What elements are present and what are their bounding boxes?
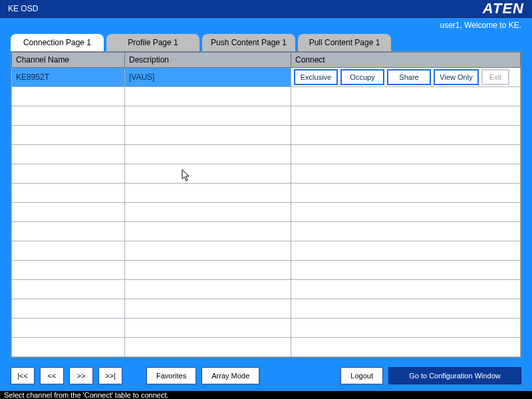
cell-empty	[12, 222, 125, 241]
cell-connect: ExclusiveOccupyShareView OnlyExit	[291, 68, 521, 87]
col-header-description[interactable]: Description	[125, 53, 291, 68]
bottom-toolbar: |<< << >> >>| Favorites Array Mode Logou…	[0, 363, 532, 391]
table-row[interactable]	[12, 222, 521, 241]
tab-connection[interactable]: Connection Page 1	[11, 34, 104, 51]
cell-empty	[291, 241, 521, 261]
tab-push-content[interactable]: Push Content Page 1	[202, 34, 295, 51]
nav-next-button[interactable]: >>	[69, 367, 93, 384]
cell-channel: KE8952T	[12, 68, 125, 87]
exclusive-button[interactable]: Exclusive	[294, 69, 338, 85]
tab-pull-content[interactable]: Pull Content Page 1	[298, 34, 391, 51]
cell-empty	[12, 164, 125, 184]
table-row[interactable]	[12, 261, 521, 280]
welcome-text: user1, Welcome to KE.	[0, 18, 532, 30]
status-bar: Select channel from the 'Connect' table …	[0, 391, 532, 399]
cell-empty	[291, 299, 521, 319]
table-row[interactable]	[12, 164, 521, 184]
configuration-window-button[interactable]: Go to Configuration Window	[388, 367, 521, 384]
cell-empty	[125, 126, 291, 145]
tab-profile[interactable]: Profile Page 1	[106, 34, 200, 51]
cell-empty	[125, 164, 291, 184]
cell-empty	[291, 87, 521, 106]
table-row[interactable]	[12, 184, 521, 203]
cell-empty	[12, 319, 125, 338]
cell-empty	[291, 184, 521, 203]
table-row[interactable]	[12, 241, 521, 261]
table-row[interactable]	[12, 145, 521, 164]
cell-empty	[291, 164, 521, 184]
cell-empty	[12, 87, 125, 106]
table-row[interactable]	[12, 87, 521, 106]
cell-empty	[125, 280, 291, 299]
occupy-button[interactable]: Occupy	[340, 69, 384, 85]
cell-empty	[125, 261, 291, 280]
nav-last-button[interactable]: >>|	[98, 367, 122, 384]
cell-empty	[125, 145, 291, 164]
table-row[interactable]	[12, 338, 521, 357]
cell-empty	[291, 338, 521, 357]
logout-button[interactable]: Logout	[340, 367, 383, 384]
cell-empty	[125, 106, 291, 126]
cell-empty	[12, 126, 125, 145]
table-row[interactable]	[12, 203, 521, 222]
cell-empty	[125, 203, 291, 222]
cell-empty	[291, 261, 521, 280]
tab-strip: Connection Page 1 Profile Page 1 Push Co…	[0, 30, 532, 51]
cell-empty	[291, 222, 521, 241]
exit-button: Exit	[481, 69, 509, 85]
table-row[interactable]	[12, 106, 521, 126]
col-header-channel[interactable]: Channel Name	[12, 53, 125, 68]
window-title: KE OSD	[8, 4, 483, 13]
cell-empty	[12, 106, 125, 126]
cell-empty	[12, 261, 125, 280]
cell-description: [VAUS]	[125, 68, 291, 87]
cell-empty	[125, 338, 291, 357]
favorites-button[interactable]: Favorites	[146, 367, 196, 384]
cell-empty	[291, 126, 521, 145]
cell-empty	[12, 203, 125, 222]
cell-empty	[12, 299, 125, 319]
cell-empty	[291, 280, 521, 299]
table-row[interactable]: KE8952T[VAUS]ExclusiveOccupyShareView On…	[12, 68, 521, 87]
cell-empty	[291, 106, 521, 126]
cell-empty	[291, 145, 521, 164]
table-row[interactable]	[12, 126, 521, 145]
channel-table: Channel Name Description Connect KE8952T…	[11, 52, 521, 357]
table-row[interactable]	[12, 299, 521, 319]
cell-empty	[125, 184, 291, 203]
cell-empty	[12, 280, 125, 299]
cell-empty	[125, 241, 291, 261]
cell-empty	[125, 299, 291, 319]
table-row[interactable]	[12, 280, 521, 299]
cell-empty	[125, 222, 291, 241]
cell-empty	[12, 338, 125, 357]
cell-empty	[291, 203, 521, 222]
view-only-button[interactable]: View Only	[434, 69, 479, 85]
cell-empty	[12, 241, 125, 261]
cell-empty	[12, 145, 125, 164]
array-mode-button[interactable]: Array Mode	[201, 367, 259, 384]
cell-empty	[291, 319, 521, 338]
cell-empty	[125, 87, 291, 106]
main-panel: Channel Name Description Connect KE8952T…	[11, 51, 521, 358]
nav-prev-button[interactable]: <<	[40, 367, 64, 384]
nav-first-button[interactable]: |<<	[11, 367, 35, 384]
cell-empty	[125, 319, 291, 338]
share-button[interactable]: Share	[387, 69, 431, 85]
brand-logo: ATEN	[483, 0, 524, 17]
table-row[interactable]	[12, 319, 521, 338]
cell-empty	[12, 184, 125, 203]
col-header-connect[interactable]: Connect	[291, 53, 521, 68]
